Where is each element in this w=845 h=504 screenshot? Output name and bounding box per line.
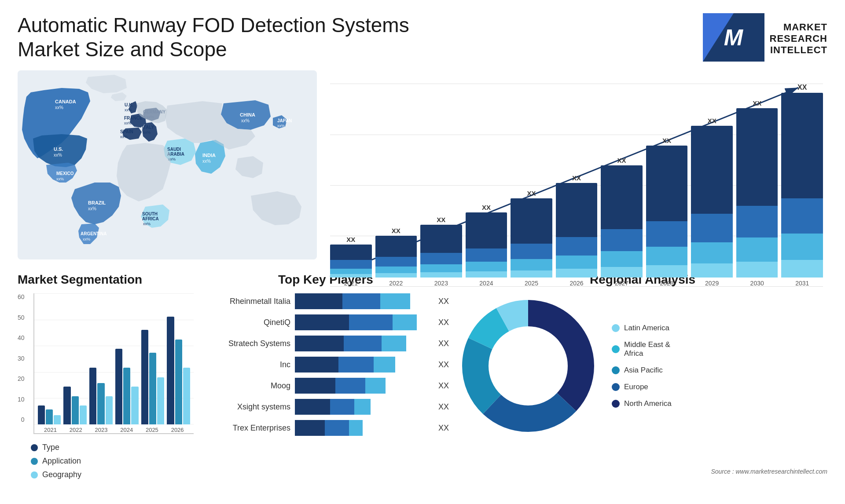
seg-bar-type-2026 (167, 317, 174, 424)
bar-2022: XX 2022 (375, 227, 417, 287)
regional-content: Latin America Middle East &Africa Asia P… (458, 296, 827, 436)
bar-seg2 (325, 420, 349, 436)
seg-chart: 2021 2022 2023 2024 2025 2026 (33, 293, 194, 434)
player-row-stratech: Stratech Systems XX (202, 336, 449, 351)
svg-text:MEXICO: MEXICO (56, 171, 74, 176)
player-value-inc: XX (438, 360, 449, 369)
bar-2023-year: 2023 (434, 280, 448, 287)
svg-text:xx%: xx% (143, 222, 151, 226)
bar-2026-year: 2026 (569, 280, 583, 287)
seg-bar-type-2025 (141, 330, 148, 424)
bar-2025-label: XX (527, 190, 536, 197)
player-value-trex: XX (438, 424, 449, 433)
bar-seg3 (380, 293, 410, 309)
bar-2022-label: XX (392, 227, 400, 234)
page-container: Automatic Runway FOD Detection Systems M… (0, 0, 845, 504)
bar-2021: XX 2021 (330, 236, 372, 287)
svg-point-40 (489, 327, 567, 405)
player-bar-qinetiq (295, 314, 430, 330)
y-label-10: 10 (18, 396, 25, 403)
seg-bar-geo-2025 (157, 377, 164, 424)
bar-2027-year: 2027 (615, 280, 628, 287)
bar-seg1 (295, 378, 335, 394)
seg-x-2024: 2024 (120, 427, 133, 433)
brand-line3: INTELLECT (770, 44, 827, 56)
bar-2021-label: XX (346, 236, 355, 243)
seg-bar-type-2023 (89, 368, 96, 424)
bar-2030-label: XX (753, 99, 761, 107)
bar-seg3 (354, 399, 371, 415)
bar-2025: XX 2025 (511, 190, 552, 287)
segmentation-title: Market Segmentation (18, 273, 194, 287)
latin-america-dot (612, 324, 620, 332)
main-content: CANADA xx% U.S. xx% MEXICO xx% BRAZIL xx… (18, 70, 827, 259)
bar-seg2 (330, 399, 354, 415)
bar-seg1 (295, 399, 330, 415)
bar-seg3 (382, 336, 406, 351)
legend-type-dot (31, 444, 38, 451)
europe-dot (612, 383, 620, 391)
svg-text:JAPAN: JAPAN (277, 118, 292, 123)
bottom-sections: Market Segmentation 60 50 40 30 20 10 0 (18, 273, 827, 475)
middle-east-africa-dot (612, 345, 620, 353)
seg-x-2022: 2022 (70, 427, 82, 433)
seg-bar-app-2026 (175, 340, 182, 424)
header: Automatic Runway FOD Detection Systems M… (18, 13, 827, 62)
player-name-stratech: Stratech Systems (202, 339, 290, 348)
legend-type-label: Type (42, 443, 59, 452)
bar-2027: XX 2027 (601, 157, 643, 287)
bar-2028-year: 2028 (660, 280, 674, 287)
seg-group-2025 (141, 330, 165, 424)
bar-2031-year: 2031 (795, 280, 809, 287)
legend-application-dot (31, 458, 38, 465)
svg-text:SPAIN: SPAIN (120, 129, 133, 134)
legend-geography: Geography (31, 470, 194, 479)
bar-seg3 (393, 314, 417, 330)
brand-line1: MARKET (770, 22, 827, 33)
latin-america-label: Latin America (624, 324, 669, 332)
bar-2024-year: 2024 (479, 280, 493, 287)
seg-x-2026: 2026 (171, 427, 184, 433)
seg-group-2026 (167, 317, 190, 424)
svg-text:xx%: xx% (125, 108, 132, 112)
europe-label: Europe (624, 383, 648, 391)
player-name-qinetiq: QinetiQ (202, 318, 290, 327)
svg-text:SOUTH: SOUTH (142, 212, 158, 216)
player-row-xsight: Xsight systems XX (202, 399, 449, 415)
seg-bar-app-2023 (97, 383, 104, 424)
asia-pacific-label: Asia Pacific (624, 366, 663, 375)
svg-text:xx%: xx% (56, 177, 64, 181)
logo-box: M (703, 13, 764, 62)
svg-text:CHINA: CHINA (240, 112, 255, 117)
bar-seg1 (295, 420, 325, 436)
regional-section: Regional Analysis (458, 273, 827, 475)
legend-application-label: Application (42, 457, 81, 466)
donut-svg (458, 296, 599, 436)
bar-2029: XX 2029 (691, 117, 733, 287)
player-bar-inc (295, 357, 430, 373)
y-label-30: 30 (18, 355, 25, 362)
bar-seg3 (365, 378, 386, 394)
player-row-inc: Inc XX (202, 357, 449, 373)
svg-text:ARGENTINA: ARGENTINA (81, 231, 107, 236)
player-name-rheinmetall: Rheinmetall Italia (202, 297, 290, 306)
bar-seg2 (335, 378, 365, 394)
seg-bar-geo-2024 (131, 387, 138, 424)
players-bars: Rheinmetall Italia XX QinetiQ (202, 293, 449, 436)
seg-group-2021 (38, 405, 61, 424)
north-america-dot (612, 400, 620, 408)
player-value-xsight: XX (438, 402, 449, 412)
player-row-qinetiq: QinetiQ XX (202, 314, 449, 330)
bar-seg3 (374, 357, 395, 373)
player-name-moog: Moog (202, 381, 290, 391)
bar-2030: XX 2030 (736, 99, 778, 287)
svg-text:FRANCE: FRANCE (124, 116, 143, 121)
bar-2024-label: XX (482, 204, 491, 211)
y-label-40: 40 (18, 334, 25, 341)
svg-text:xx%: xx% (277, 124, 285, 128)
legend-type: Type (31, 443, 194, 452)
seg-legend: Type Application Geography (31, 443, 194, 479)
svg-text:xx%: xx% (88, 206, 96, 211)
bar-2029-label: XX (708, 117, 716, 124)
bar-2028: XX 2028 (646, 137, 688, 287)
